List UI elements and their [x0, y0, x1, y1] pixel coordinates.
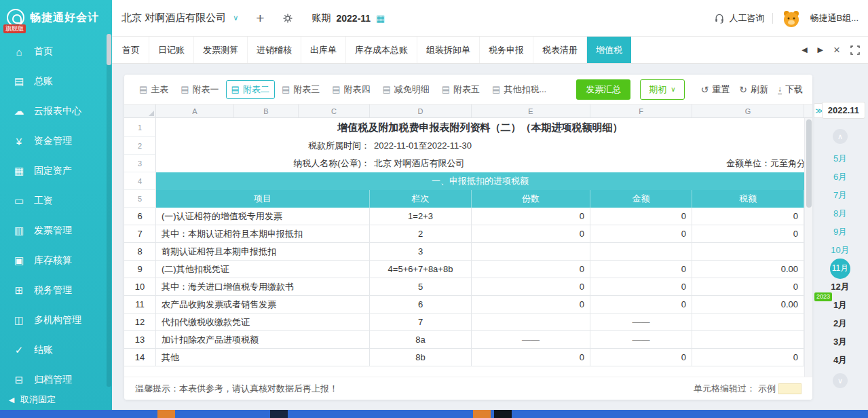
month-item[interactable]: 7月: [812, 186, 868, 204]
tab[interactable]: 首页 ×: [113, 37, 149, 63]
sidebar-item[interactable]: ▦ 固定资产: [0, 156, 112, 186]
cell-count[interactable]: 0: [472, 278, 590, 296]
taxpayer-label[interactable]: 纳税人名称(公章)：: [156, 155, 370, 172]
cell-tax[interactable]: 0: [692, 225, 804, 243]
schedule-subtab[interactable]: ▤ 附表五: [436, 80, 485, 99]
month-item[interactable]: 8月: [812, 204, 868, 223]
cell-count[interactable]: 0: [472, 349, 590, 366]
month-item[interactable]: 2023 1月: [812, 296, 868, 314]
row-number[interactable]: 14: [124, 349, 156, 366]
tab-scroll-left-icon[interactable]: ◀: [801, 45, 807, 54]
sidebar-item[interactable]: ✓ 结账: [0, 335, 112, 365]
cell-count[interactable]: [472, 314, 590, 331]
consult-button[interactable]: 人工咨询: [714, 12, 764, 24]
cell-amount[interactable]: ——: [590, 314, 692, 331]
tax-period-label[interactable]: 税款所属时间：: [156, 137, 370, 155]
cell-item[interactable]: (二)其他扣税凭证: [156, 261, 370, 278]
cell-column-no[interactable]: 1=2+3: [370, 208, 472, 225]
report-title[interactable]: 增值税及附加税费申报表附列资料（二）（本期进项税额明细）: [156, 118, 804, 137]
cell-count[interactable]: 0: [472, 225, 590, 243]
cell-count[interactable]: 0: [472, 296, 590, 314]
sidebar-item[interactable]: ▤ 总账: [0, 66, 112, 96]
sheet-vertical-scrollbar[interactable]: [804, 118, 812, 377]
column-header[interactable]: F: [590, 104, 692, 117]
tab[interactable]: 发票测算 ×: [193, 37, 247, 63]
cell-item[interactable]: 农产品收购发票或者销售发票: [156, 296, 370, 314]
download-button[interactable]: ↓ 下载: [778, 83, 803, 96]
row-number[interactable]: 2: [124, 137, 156, 155]
cell-count[interactable]: 0: [472, 261, 590, 278]
invoice-summary-button[interactable]: 发票汇总: [576, 79, 630, 100]
month-item[interactable]: 5月: [812, 149, 868, 168]
tax-period-value[interactable]: 2022-11-01至2022-11-30: [370, 137, 812, 155]
gear-icon[interactable]: [282, 13, 293, 24]
sidebar-item[interactable]: ⌂ 首页: [0, 37, 112, 66]
column-header[interactable]: E: [472, 104, 590, 117]
unpin-sidebar-button[interactable]: ◀ 取消固定: [0, 391, 112, 408]
cell-column-no[interactable]: 5: [370, 278, 472, 296]
row-number[interactable]: 3: [124, 155, 156, 172]
taxpayer-value[interactable]: 北京 对啊酒店有限公司: [370, 155, 697, 172]
tab[interactable]: 税务申报 ×: [479, 37, 533, 63]
column-header[interactable]: G: [692, 104, 804, 117]
sidebar-item[interactable]: ◫ 多机构管理: [0, 305, 112, 335]
cell-amount[interactable]: 0: [590, 349, 692, 366]
company-selector[interactable]: 北京 对啊酒店有限公司 ∨: [121, 12, 238, 24]
initial-balance-button[interactable]: 期初 ∨: [640, 79, 684, 100]
cell-amount[interactable]: 0: [590, 261, 692, 278]
cell-amount[interactable]: [590, 243, 692, 261]
cell-tax[interactable]: [692, 331, 804, 349]
sidebar-item[interactable]: ▥ 发票管理: [0, 216, 112, 246]
avatar[interactable]: [781, 8, 801, 28]
cell-item[interactable]: 加计扣除农产品进项税额: [156, 331, 370, 349]
month-item[interactable]: 9月: [812, 223, 868, 241]
month-item[interactable]: 11月: [812, 259, 868, 278]
tab[interactable]: 库存成本总账 ×: [345, 37, 417, 63]
cell-column-no[interactable]: 8b: [370, 349, 472, 366]
sidebar-item[interactable]: ¥ 资金管理: [0, 126, 112, 156]
cell-count[interactable]: ——: [472, 331, 590, 349]
column-header[interactable]: A: [156, 104, 234, 117]
cell-item[interactable]: 其他: [156, 349, 370, 366]
row-number[interactable]: 6: [124, 208, 156, 225]
accounting-period[interactable]: 账期 2022-11 ▦: [312, 12, 385, 24]
row-number[interactable]: 10: [124, 278, 156, 296]
row-number[interactable]: 9: [124, 261, 156, 278]
user-name[interactable]: 畅捷通B组...: [810, 12, 858, 24]
cell-tax[interactable]: [692, 314, 804, 331]
row-number[interactable]: 5: [124, 190, 156, 208]
cell-count[interactable]: [472, 243, 590, 261]
sidebar-scrollbar[interactable]: [107, 34, 111, 387]
month-item[interactable]: 6月: [812, 168, 868, 186]
column-header[interactable]: C: [299, 104, 370, 117]
close-all-tabs-icon[interactable]: ×: [833, 44, 840, 56]
taskbar-item[interactable]: [494, 410, 512, 418]
cell-amount[interactable]: 0: [590, 208, 692, 225]
cell-amount[interactable]: 0: [590, 296, 692, 314]
cell-tax[interactable]: 0.00: [692, 296, 804, 314]
cell-amount[interactable]: 0: [590, 225, 692, 243]
month-item[interactable]: 3月: [812, 332, 868, 351]
month-item[interactable]: 4月: [812, 351, 868, 369]
cell-column-no[interactable]: 4=5+6+7+8a+8b: [370, 261, 472, 278]
cell-tax[interactable]: 0.00: [692, 261, 804, 278]
schedule-subtab[interactable]: ▤ 主表: [134, 80, 174, 99]
scroll-down-button[interactable]: ∨: [833, 373, 848, 388]
schedule-subtab[interactable]: ▤ 其他扣税...: [487, 80, 552, 99]
cell-column-no[interactable]: 6: [370, 296, 472, 314]
cell-tax[interactable]: 0: [692, 349, 804, 366]
sheet-scrollbar-thumb[interactable]: [806, 119, 812, 208]
scroll-up-button[interactable]: ∧: [833, 129, 848, 144]
cell-item[interactable]: 前期认证相符且本期申报抵扣: [156, 243, 370, 261]
sidebar-item[interactable]: ▭ 工资: [0, 186, 112, 216]
schedule-subtab[interactable]: ▤ 附表三: [276, 80, 325, 99]
taskbar-item[interactable]: [157, 410, 175, 418]
cell-column-no[interactable]: 2: [370, 225, 472, 243]
sidebar-item[interactable]: ☁ 云报表中心: [0, 96, 112, 126]
cell-column-no[interactable]: 7: [370, 314, 472, 331]
taskbar-item[interactable]: [473, 410, 491, 418]
tab[interactable]: 增值税 ×: [586, 37, 631, 63]
tab[interactable]: 出库单 ×: [301, 37, 345, 63]
row-number[interactable]: 12: [124, 314, 156, 331]
add-icon[interactable]: +: [256, 11, 264, 25]
